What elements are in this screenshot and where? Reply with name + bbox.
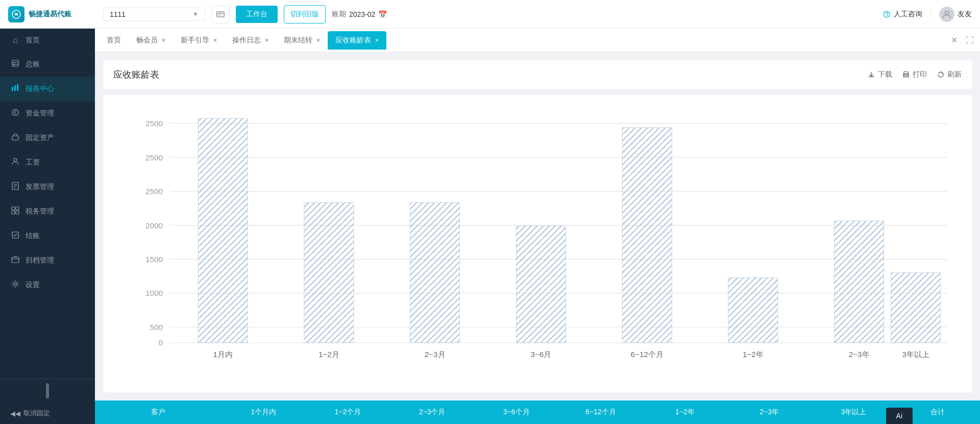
svg-text:3年以上: 3年以上 bbox=[902, 350, 929, 359]
calendar-icon[interactable]: 📅 bbox=[378, 10, 387, 18]
svg-rect-21 bbox=[12, 211, 15, 214]
svg-rect-20 bbox=[16, 207, 19, 210]
avatar bbox=[939, 7, 954, 22]
tabs-expand-button[interactable]: ⛶ bbox=[964, 34, 976, 47]
col-2-3y: 2~3年 bbox=[727, 401, 812, 424]
tab-guide-close[interactable]: × bbox=[213, 37, 217, 44]
svg-rect-47 bbox=[304, 203, 354, 343]
support-button[interactable]: 人工咨询 bbox=[883, 10, 922, 19]
refresh-button[interactable]: 刷新 bbox=[937, 70, 962, 79]
cancel-fixed-button[interactable]: ◀◀ 取消固定 bbox=[0, 403, 95, 424]
tab-guide[interactable]: 新手引导 × bbox=[173, 31, 225, 50]
svg-text:1000: 1000 bbox=[145, 289, 163, 297]
page-actions: 下载 打印 刷新 bbox=[868, 70, 962, 79]
company-name: 1111 bbox=[110, 10, 188, 18]
workbench-button[interactable]: 工作台 bbox=[236, 6, 278, 23]
svg-text:500: 500 bbox=[150, 323, 163, 332]
print-label: 打印 bbox=[913, 70, 927, 79]
home-icon: ⌂ bbox=[10, 36, 20, 45]
sidebar-bottom: ◀◀ 取消固定 bbox=[0, 379, 95, 424]
tab-aging-label: 应收账龄表 bbox=[335, 36, 371, 45]
user-area[interactable]: 友友 bbox=[939, 7, 972, 22]
svg-text:6~12个月: 6~12个月 bbox=[631, 350, 664, 359]
svg-rect-57 bbox=[835, 221, 884, 343]
company-selector[interactable]: 1111 ▼ bbox=[103, 8, 205, 21]
sidebar-item-closing[interactable]: 结账 bbox=[0, 224, 95, 248]
sidebar: ⌂ 首页 总账 报表中心 bbox=[0, 29, 95, 424]
header-right: 人工咨询 友友 bbox=[883, 7, 972, 22]
page-content: 应收账龄表 下载 打印 刷新 bbox=[95, 52, 980, 401]
main-area: ⌂ 首页 总账 报表中心 bbox=[0, 29, 980, 424]
logo-area: 畅捷通易代账 bbox=[8, 6, 103, 22]
app-container: 畅捷通易代账 1111 ▼ 工作台 切到旧版 账期 2023-02 📅 bbox=[0, 0, 980, 424]
svg-point-2 bbox=[884, 11, 890, 17]
svg-text:1~2年: 1~2年 bbox=[743, 350, 764, 359]
closing-icon bbox=[10, 231, 20, 241]
period-area: 账期 2023-02 📅 bbox=[332, 10, 387, 19]
sidebar-item-home[interactable]: ⌂ 首页 bbox=[0, 29, 95, 52]
sidebar-item-archive[interactable]: 归档管理 bbox=[0, 248, 95, 273]
svg-text:1月内: 1月内 bbox=[213, 350, 232, 359]
sidebar-label-invoice: 发票管理 bbox=[26, 182, 54, 192]
svg-rect-1 bbox=[217, 12, 224, 17]
tab-aging-close[interactable]: × bbox=[375, 37, 379, 44]
header-middle: 1111 ▼ 工作台 切到旧版 账期 2023-02 📅 bbox=[103, 5, 883, 23]
period-label: 账期 bbox=[332, 10, 346, 19]
header-divider bbox=[930, 9, 931, 19]
sidebar-item-ledger[interactable]: 总账 bbox=[0, 52, 95, 77]
print-button[interactable]: 打印 bbox=[902, 70, 927, 79]
cancel-fixed-label: 取消固定 bbox=[23, 409, 50, 418]
tabs-close-button[interactable]: ✕ bbox=[949, 33, 960, 47]
sidebar-item-invoice[interactable]: 发票管理 bbox=[0, 175, 95, 199]
sidebar-label-home: 首页 bbox=[26, 36, 40, 45]
assets-icon bbox=[10, 133, 20, 143]
ai-badge[interactable]: Ai bbox=[886, 408, 913, 424]
reports-icon bbox=[10, 84, 20, 94]
switch-version-button[interactable]: 切到旧版 bbox=[284, 5, 326, 23]
svg-rect-53 bbox=[622, 128, 672, 343]
support-label: 人工咨询 bbox=[894, 10, 922, 19]
tab-member[interactable]: 畅会员 × bbox=[129, 31, 173, 50]
sidebar-label-reports: 报表中心 bbox=[26, 84, 54, 93]
svg-point-4 bbox=[945, 11, 949, 14]
sidebar-label-funds: 资金管理 bbox=[26, 109, 54, 118]
tab-home[interactable]: 首页 bbox=[99, 31, 129, 50]
svg-rect-51 bbox=[516, 226, 566, 343]
tab-aging[interactable]: 应收账龄表 × bbox=[328, 31, 386, 50]
svg-rect-10 bbox=[14, 85, 16, 91]
svg-text:2~3年: 2~3年 bbox=[849, 350, 870, 359]
tab-period-close[interactable]: × bbox=[316, 37, 320, 44]
sidebar-label-ledger: 总账 bbox=[26, 60, 40, 69]
svg-text:2500: 2500 bbox=[145, 153, 163, 162]
tab-member-close[interactable]: × bbox=[162, 37, 165, 44]
tab-oplog[interactable]: 操作日志 × bbox=[225, 31, 276, 50]
col-2-3m: 2~3个月 bbox=[390, 401, 474, 424]
svg-rect-24 bbox=[12, 257, 19, 263]
svg-rect-13 bbox=[12, 136, 18, 140]
sidebar-item-salary[interactable]: 工资 bbox=[0, 150, 95, 175]
tab-period[interactable]: 期末结转 × bbox=[276, 31, 328, 50]
svg-rect-22 bbox=[16, 211, 19, 214]
sidebar-item-assets[interactable]: 固定资产 bbox=[0, 126, 95, 150]
download-button[interactable]: 下载 bbox=[868, 70, 892, 79]
invoice-icon bbox=[10, 182, 20, 192]
sidebar-item-reports[interactable]: 报表中心 bbox=[0, 77, 95, 101]
svg-rect-45 bbox=[198, 119, 248, 343]
tabs-right: ✕ ⛶ bbox=[949, 33, 976, 47]
tabs-bar: 首页 畅会员 × 新手引导 × 操作日志 × 期末结转 × bbox=[95, 29, 980, 52]
chevron-down-icon: ▼ bbox=[192, 11, 199, 18]
tab-oplog-close[interactable]: × bbox=[265, 37, 268, 44]
tab-guide-label: 新手引导 bbox=[181, 36, 209, 45]
logo-icon bbox=[8, 6, 24, 22]
col-6-12m: 6~12个月 bbox=[558, 401, 643, 424]
table-header: 客户 1个月内 1~2个月 2~3个月 3~6个月 6~12个月 bbox=[95, 401, 980, 424]
sidebar-item-tax[interactable]: 税务管理 bbox=[0, 199, 95, 224]
bar-chart: 2500 2500 2500 2000 1500 1000 500 0 bbox=[113, 105, 962, 382]
svg-rect-9 bbox=[12, 87, 13, 91]
svg-text:2500: 2500 bbox=[145, 119, 163, 128]
archive-nav-icon bbox=[10, 255, 20, 266]
archive-button[interactable] bbox=[211, 5, 230, 23]
sidebar-item-settings[interactable]: 设置 bbox=[0, 273, 95, 297]
sidebar-item-funds[interactable]: 资金管理 bbox=[0, 101, 95, 126]
svg-rect-59 bbox=[891, 273, 941, 343]
